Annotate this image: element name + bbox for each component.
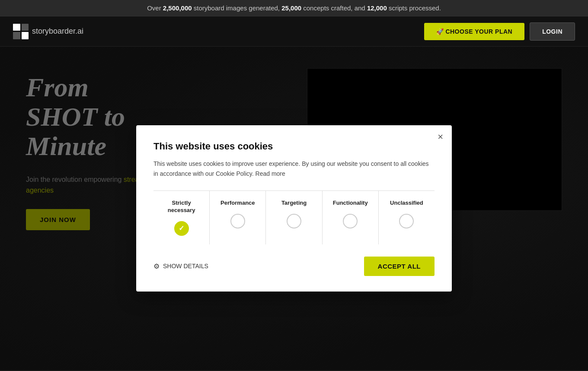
logo-main: story — [32, 27, 49, 35]
logo-sub: boarder.ai — [49, 27, 83, 35]
cookie-category-strictly-necessary: Strictly necessary — [153, 191, 210, 244]
logo-grid-icon — [13, 24, 29, 39]
navbar: storyboarder.ai 🚀 CHOOSE YOUR PLAN LOGIN — [0, 16, 588, 47]
cookie-category-targeting: Targeting — [266, 191, 322, 244]
banner-stat3: 12,000 — [367, 4, 387, 12]
accept-all-button[interactable]: ACCEPT ALL — [364, 257, 435, 276]
cookie-category-performance: Performance — [210, 191, 266, 244]
cookie-checkbox-functionality[interactable] — [343, 214, 358, 228]
cookie-category-performance-label: Performance — [220, 200, 255, 207]
login-button[interactable]: LOGIN — [530, 22, 575, 41]
cookie-category-strictly-necessary-label: Strictly necessary — [158, 200, 205, 214]
banner-stat3-suffix: scripts processed. — [389, 4, 441, 12]
cookie-modal-description: This website uses cookies to improve use… — [153, 159, 435, 178]
modal-overlay: × This website uses cookies This website… — [0, 47, 588, 370]
banner-prefix: Over — [147, 4, 161, 12]
show-details-label: SHOW DETAILS — [163, 263, 208, 270]
cookie-modal-title: This website uses cookies — [153, 141, 435, 152]
cookie-category-functionality: Functionality — [323, 191, 379, 244]
banner-stat2-suffix: concepts crafted, and — [303, 4, 365, 12]
cookie-category-functionality-label: Functionality — [333, 200, 368, 207]
show-details-button[interactable]: ⚙ SHOW DETAILS — [153, 262, 208, 270]
cookie-modal: × This website uses cookies This website… — [136, 125, 452, 292]
logo-cell-1 — [13, 24, 20, 31]
logo-cell-2 — [22, 24, 29, 31]
logo[interactable]: storyboarder.ai — [13, 24, 83, 39]
logo-cell-4 — [22, 32, 29, 39]
cookie-checkbox-performance[interactable] — [230, 214, 245, 228]
banner-stat1-suffix: storyboard images generated, — [194, 4, 280, 12]
cookie-category-targeting-label: Targeting — [281, 200, 307, 207]
logo-cell-3 — [13, 32, 20, 39]
cookie-categories: Strictly necessary Performance Targeting… — [153, 190, 435, 244]
cookie-category-unclassified: Unclassified — [379, 191, 435, 244]
nav-buttons: 🚀 CHOOSE YOUR PLAN LOGIN — [424, 22, 575, 41]
cookie-footer: ⚙ SHOW DETAILS ACCEPT ALL — [153, 257, 435, 276]
cookie-category-unclassified-label: Unclassified — [390, 200, 423, 207]
gear-icon: ⚙ — [153, 262, 160, 270]
cookie-close-button[interactable]: × — [438, 132, 443, 142]
hero-section: From SHOT to Minute Join the revolution … — [0, 47, 588, 370]
banner-stat2: 25,000 — [281, 4, 301, 12]
logo-text: storyboarder.ai — [32, 27, 83, 36]
choose-plan-button[interactable]: 🚀 CHOOSE YOUR PLAN — [424, 23, 525, 40]
cookie-checkbox-unclassified[interactable] — [399, 214, 414, 228]
banner-stat1: 2,500,000 — [163, 4, 192, 12]
cookie-checkbox-targeting[interactable] — [287, 214, 301, 228]
cookie-checkbox-strictly-necessary[interactable] — [174, 221, 189, 236]
top-banner: Over 2,500,000 storyboard images generat… — [0, 0, 588, 16]
